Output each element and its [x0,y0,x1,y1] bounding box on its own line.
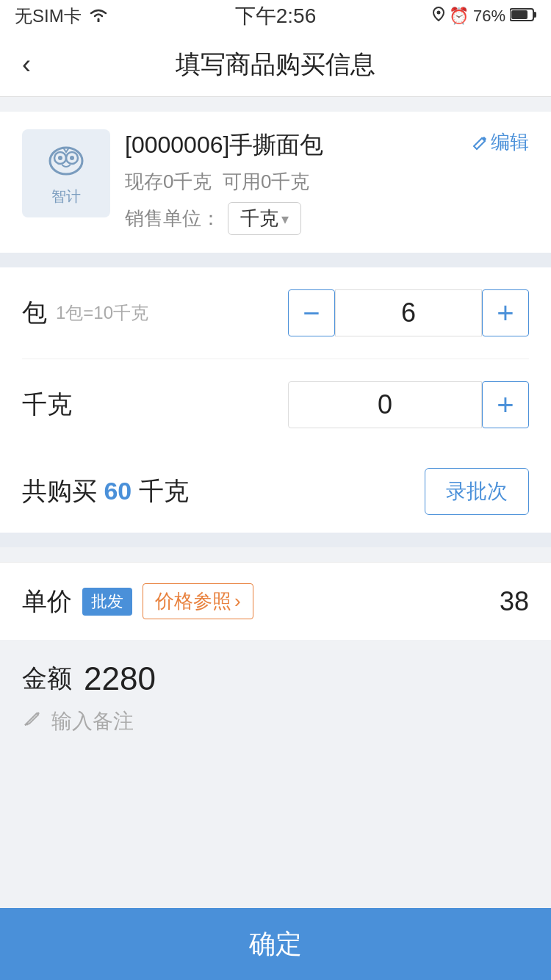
total-label: 共购买 60 千克 [22,475,189,508]
kg-plus-button[interactable]: + [482,381,529,428]
carrier-text: 无SIM卡 [15,4,82,28]
price-label-group: 单价 批发 价格参照 › [22,583,253,619]
kg-qty-input[interactable] [288,381,482,428]
status-left: 无SIM卡 [15,4,109,28]
alarm-icon: ⏰ [449,7,469,26]
product-info: [0000006]手撕面包 编辑 现存0千克 可用0千克 销售单位： 千克 ▾ [125,129,529,235]
package-row: 包 1包=10千克 − + [22,267,529,359]
product-card: 智计 [0000006]手撕面包 编辑 现存0千克 可用0千克 销售单位： 千克… [0,112,551,253]
location-icon [433,7,444,26]
back-button[interactable]: ‹ [22,49,31,80]
unit-select[interactable]: 千克 ▾ [228,202,301,235]
page-title: 填写商品购买信息 [176,48,375,82]
batch-tag: 批发 [82,588,132,616]
svg-rect-3 [511,10,527,19]
thumbnail-label: 智计 [51,187,81,206]
separator-2 [0,533,551,547]
total-amount: 60 [104,477,132,505]
wifi-icon [87,6,109,26]
package-label: 包 1包=10千克 [22,296,148,330]
svg-point-0 [436,11,440,15]
confirm-button[interactable]: 确定 [0,908,551,980]
price-row: 单价 批发 价格参照 › 38 [22,583,529,619]
battery-text: 76% [473,7,505,26]
pencil-icon [22,709,43,735]
package-qty-control: − + [288,289,529,336]
input-section: 包 1包=10千克 − + 千克 + [0,267,551,450]
product-thumbnail: 智计 [22,129,110,217]
nav-bar: ‹ 填写商品购买信息 [0,32,551,97]
package-minus-button[interactable]: − [288,289,335,336]
edit-button[interactable]: 编辑 [472,129,529,155]
kg-row: 千克 + [22,359,529,450]
chevron-down-icon: ▾ [281,210,289,228]
batch-button[interactable]: 录批次 [425,468,529,515]
status-time: 下午2:56 [235,2,317,30]
amount-value: 2280 [84,660,156,697]
remark-row[interactable]: 输入备注 [22,707,529,735]
package-qty-input[interactable] [335,289,482,336]
amount-section: 金额 2280 输入备注 [0,640,551,744]
amount-label: 金额 [22,662,72,696]
kg-qty-control: + [288,381,529,428]
price-label: 单价 [22,585,72,619]
separator-1 [0,253,551,267]
product-name: [0000006]手撕面包 [125,129,472,162]
package-hint: 1包=10千克 [56,301,148,325]
amount-row: 金额 2280 [22,660,529,697]
status-bar: 无SIM卡 下午2:56 ⏰ 76% [0,0,551,32]
product-stock: 现存0千克 可用0千克 [125,169,529,195]
svg-point-7 [58,156,62,160]
svg-point-8 [70,156,74,160]
kg-label: 千克 [22,388,72,422]
status-right: ⏰ 76% [433,7,536,26]
package-plus-button[interactable]: + [482,289,529,336]
svg-rect-2 [533,12,536,18]
price-section: 单价 批发 价格参照 › 38 [0,562,551,640]
price-value: 38 [500,586,529,617]
total-row: 共购买 60 千克 录批次 [0,450,551,533]
chevron-right-icon: › [234,590,241,613]
battery-icon [510,7,536,26]
product-unit-row: 销售单位： 千克 ▾ [125,202,529,235]
remark-placeholder: 输入备注 [51,707,134,735]
price-ref-button[interactable]: 价格参照 › [143,583,253,619]
owl-icon [44,140,88,184]
